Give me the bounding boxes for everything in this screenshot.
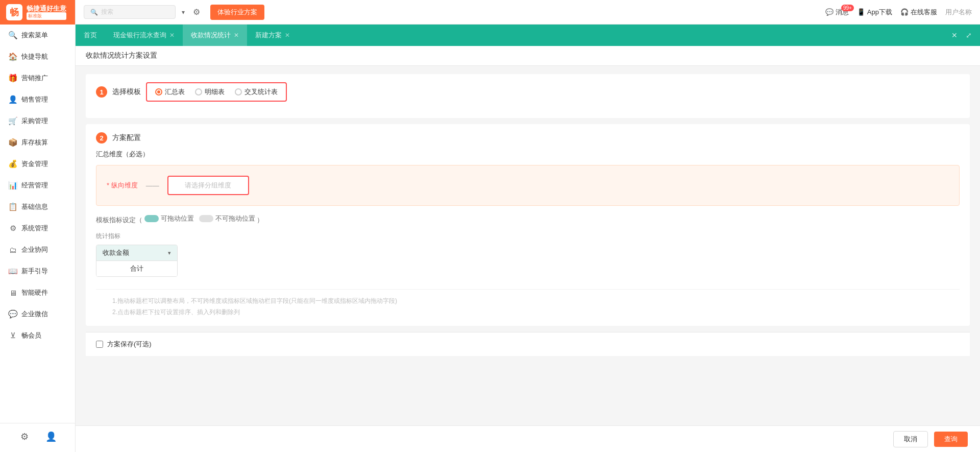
sidebar-item-label: 基础信息 (21, 202, 48, 211)
topbar-app-download[interactable]: 📱 App下载 (857, 8, 892, 17)
sidebar-user-icon[interactable]: 👤 (42, 427, 60, 446)
radio-detail[interactable]: 明细表 (195, 87, 225, 97)
save-section: 方案保存(可选) (86, 332, 970, 356)
bank-flow-tab-close[interactable]: ✕ (169, 32, 175, 39)
service-label: 在线客服 (911, 8, 937, 17)
tip2: 2.点击标题栏下拉可设置排序、插入列和删除列 (96, 307, 960, 318)
tab-home[interactable]: 首页 (76, 25, 105, 46)
cart-icon: 🛒 (8, 116, 17, 126)
tab-new-plan[interactable]: 新建方案 ✕ (247, 25, 298, 46)
sidebar-item-label: 企业微信 (21, 310, 48, 319)
page-header: 收款情况统计方案设置 (76, 46, 980, 66)
metrics-chevron-icon: ▾ (168, 250, 171, 256)
chart-icon: 📊 (8, 181, 17, 190)
sidebar-bottom: ⚙ 👤 (0, 423, 75, 452)
search-box[interactable]: 🔍 搜索 (84, 5, 176, 19)
main-area: 🔍 搜索 ▾ ⚙ 体验行业方案 💬 消息 99+ 📱 App下载 🎧 在线客服 … (76, 0, 980, 452)
metrics-row-total: 合计 (96, 261, 177, 276)
wechat-icon: 💬 (8, 310, 17, 319)
radio-summary[interactable]: 汇总表 (155, 87, 185, 97)
close-window-btn[interactable]: ✕ (949, 30, 960, 40)
sidebar-item-label: 畅会员 (21, 331, 41, 340)
cancel-button[interactable]: 取消 (893, 431, 928, 447)
tips-area: 1.拖动标题栏可以调整布局，不可跨维度或指标区域拖动栏目字段(只能在同一维度或指… (96, 289, 960, 318)
topbar-msg[interactable]: 💬 消息 99+ (825, 8, 849, 17)
row-dim-select[interactable]: 请选择分组维度 (167, 176, 249, 195)
tab-collection-stat[interactable]: 收款情况统计 ✕ (183, 25, 247, 46)
clipboard-icon: 📋 (8, 202, 17, 211)
radio-detail-label: 明细表 (205, 87, 225, 97)
sidebar-item-member[interactable]: ⊻ 畅会员 (0, 325, 75, 346)
new-plan-tab-label: 新建方案 (255, 31, 282, 40)
radio-cross[interactable]: 交叉统计表 (235, 87, 278, 97)
stat-group-label: 统计指标 (96, 230, 178, 243)
sidebar-item-finance[interactable]: 💰 资金管理 (0, 153, 75, 175)
topbar-online-service[interactable]: 🎧 在线客服 (900, 8, 937, 17)
app-label: App下载 (867, 8, 892, 17)
sidebar-item-enterprise-wechat[interactable]: 💬 企业微信 (0, 303, 75, 325)
sidebar-item-marketing[interactable]: 🎁 营销推广 (0, 67, 75, 89)
sidebar-item-inventory[interactable]: 📦 库存核算 (0, 132, 75, 153)
topbar-dropdown[interactable]: ▾ (182, 9, 185, 16)
hardware-icon: 🖥 (8, 288, 17, 297)
nav-tabs: 首页 现金银行流水查询 ✕ 收款情况统计 ✕ 新建方案 ✕ ✕ ⤢ (76, 25, 980, 46)
sidebar-item-new-guide[interactable]: 📖 新手引导 (0, 260, 75, 282)
sidebar-item-label: 营销推广 (21, 74, 48, 83)
service-icon: 🎧 (900, 8, 909, 16)
metrics-area: 模板指标设定（ 可拖动位置 不可拖动位置 ） (96, 214, 960, 277)
step2-header: 2 方案配置 (96, 132, 960, 144)
collection-stat-tab-close[interactable]: ✕ (234, 32, 239, 39)
sidebar-settings-icon[interactable]: ⚙ (15, 427, 34, 446)
step1-number: 1 (96, 86, 107, 98)
metrics-legend: 可拖动位置 不可拖动位置 (144, 214, 255, 223)
member-icon: ⊻ (8, 331, 17, 340)
fixed-toggle-icon (199, 215, 213, 222)
topbar-right: 💬 消息 99+ 📱 App下载 🎧 在线客服 用户名称 (825, 8, 972, 17)
sidebar-item-quick-nav[interactable]: 🏠 快捷导航 (0, 46, 75, 67)
msg-icon: 💬 (825, 8, 834, 16)
sidebar-item-label: 采购管理 (21, 116, 48, 126)
sidebar-item-sales[interactable]: 👤 销售管理 (0, 89, 75, 110)
sidebar-item-operation[interactable]: 📊 经营管理 (0, 175, 75, 196)
money-icon: 💰 (8, 159, 17, 169)
window-controls: ✕ ⤢ (949, 30, 980, 40)
query-button[interactable]: 查询 (934, 432, 968, 447)
new-plan-tab-close[interactable]: ✕ (285, 32, 290, 39)
search-placeholder: 搜索 (101, 8, 113, 16)
box-icon: 📦 (8, 138, 17, 147)
metrics-col-header[interactable]: 收款金额 ▾ (96, 245, 177, 261)
gear-icon: ⚙ (8, 224, 17, 233)
sidebar-item-search-menu[interactable]: 🔍 搜索菜单 (0, 25, 75, 46)
industry-btn[interactable]: 体验行业方案 (210, 5, 264, 20)
template-section: 1 选择模板 汇总表 明细表 (86, 74, 970, 118)
logo-text: 畅捷通好生意 标准版 (27, 5, 66, 20)
topbar: 🔍 搜索 ▾ ⚙ 体验行业方案 💬 消息 99+ 📱 App下载 🎧 在线客服 … (76, 0, 980, 25)
radio-summary-dot (157, 90, 160, 93)
expand-window-btn[interactable]: ⤢ (964, 30, 974, 40)
logo-icon: 畅 (6, 4, 22, 20)
sidebar-item-smart-hardware[interactable]: 🖥 智能硬件 (0, 282, 75, 303)
movable-legend: 可拖动位置 (144, 214, 194, 223)
sidebar-item-label: 销售管理 (21, 95, 48, 104)
sidebar-item-label: 新手引导 (21, 267, 48, 276)
topbar-gear-icon[interactable]: ⚙ (193, 7, 200, 17)
template-options-box: 汇总表 明细表 交叉统计表 (146, 82, 287, 102)
msg-badge: 99+ (841, 5, 854, 11)
sidebar-item-label: 库存核算 (21, 138, 48, 147)
save-checkbox[interactable] (96, 341, 103, 348)
sidebar-item-label: 资金管理 (21, 159, 48, 169)
sidebar-item-enterprise-collab[interactable]: 🗂 企业协同 (0, 239, 75, 260)
collection-stat-tab-label: 收款情况统计 (191, 31, 231, 40)
search-icon: 🔍 (90, 9, 98, 16)
save-label: 方案保存(可选) (107, 340, 152, 349)
sidebar-item-purchase[interactable]: 🛒 采购管理 (0, 110, 75, 132)
sidebar-item-system[interactable]: ⚙ 系统管理 (0, 218, 75, 239)
sidebar-item-label: 搜索菜单 (21, 31, 48, 40)
sidebar-item-basic-info[interactable]: 📋 基础信息 (0, 196, 75, 218)
radio-cross-circle (235, 88, 242, 96)
content-area: 收款情况统计方案设置 1 选择模板 汇总表 (76, 46, 980, 425)
radio-summary-circle (155, 88, 162, 96)
tab-bank-flow[interactable]: 现金银行流水查询 ✕ (105, 25, 183, 46)
metrics-tables-row: 统计指标 收款金额 ▾ 合计 (96, 230, 960, 277)
radio-cross-label: 交叉统计表 (244, 87, 278, 97)
